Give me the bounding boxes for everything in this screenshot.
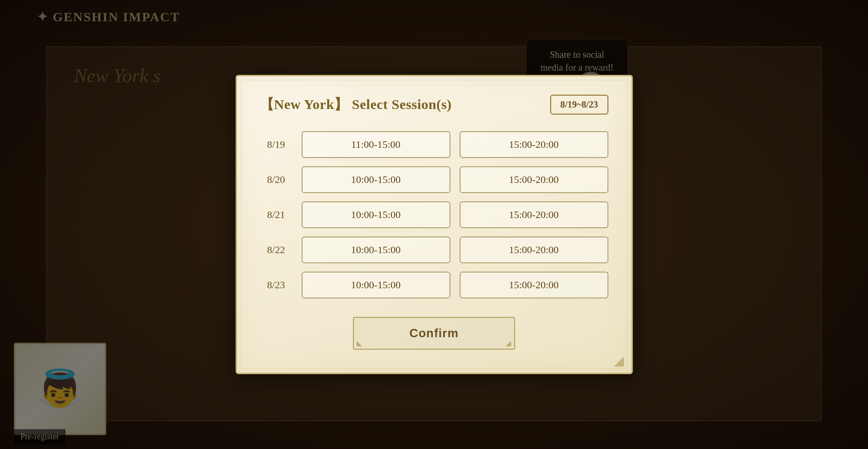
session-row-0: 8/19 11:00-15:00 15:00-20:00	[260, 131, 608, 158]
session-slots-1: 10:00-15:00 15:00-20:00	[302, 166, 608, 193]
sessions-grid: 8/19 11:00-15:00 15:00-20:00 8/20	[260, 131, 608, 298]
time-slot-1-0[interactable]: 10:00-15:00	[302, 166, 450, 193]
confirm-button[interactable]: Confirm	[353, 317, 515, 350]
time-slot-4-1[interactable]: 15:00-20:00	[460, 272, 608, 298]
session-slots-3: 10:00-15:00 15:00-20:00	[302, 237, 608, 263]
session-slots-0: 11:00-15:00 15:00-20:00	[302, 131, 608, 158]
modal-title: 【New York】 Select Session(s)	[260, 95, 452, 114]
session-date-1: 8/20	[260, 174, 292, 186]
session-row-2: 8/21 10:00-15:00 15:00-20:00	[260, 201, 608, 228]
modal-header: 【New York】 Select Session(s) 8/19~8/23	[260, 95, 608, 115]
time-slot-0-0[interactable]: 11:00-15:00	[302, 131, 450, 158]
session-slots-4: 10:00-15:00 15:00-20:00	[302, 272, 608, 298]
session-date-4: 8/23	[260, 279, 292, 291]
session-row-3: 8/22 10:00-15:00 15:00-20:00	[260, 237, 608, 263]
confirm-button-wrapper: Confirm	[260, 317, 608, 350]
session-slots-2: 10:00-15:00 15:00-20:00	[302, 201, 608, 228]
time-slot-4-0[interactable]: 10:00-15:00	[302, 272, 450, 298]
session-row-1: 8/20 10:00-15:00 15:00-20:00	[260, 166, 608, 193]
modal-corner-decoration: ◢	[614, 354, 624, 367]
time-slot-3-1[interactable]: 15:00-20:00	[460, 237, 608, 263]
time-slot-0-1[interactable]: 15:00-20:00	[460, 131, 608, 158]
session-date-2: 8/21	[260, 209, 292, 221]
time-slot-2-1[interactable]: 15:00-20:00	[460, 201, 608, 228]
time-slot-1-1[interactable]: 15:00-20:00	[460, 166, 608, 193]
modal-backdrop: 【New York】 Select Session(s) 8/19~8/23 8…	[0, 0, 868, 449]
session-date-0: 8/19	[260, 139, 292, 151]
session-modal: 【New York】 Select Session(s) 8/19~8/23 8…	[236, 75, 633, 374]
session-date-3: 8/22	[260, 244, 292, 256]
time-slot-3-0[interactable]: 10:00-15:00	[302, 237, 450, 263]
time-slot-2-0[interactable]: 10:00-15:00	[302, 201, 450, 228]
session-row-4: 8/23 10:00-15:00 15:00-20:00	[260, 272, 608, 298]
date-range-badge: 8/19~8/23	[550, 95, 608, 115]
